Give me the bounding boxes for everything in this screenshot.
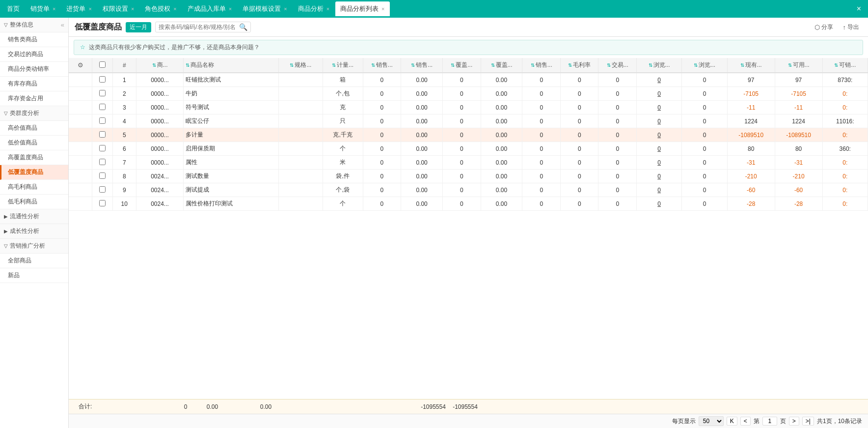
cover1-col-header[interactable]: ⇅覆盖... <box>443 58 481 73</box>
spec-cell <box>279 73 323 87</box>
sidebar-section-growth[interactable]: ▶ 成长性分析 <box>0 224 68 239</box>
search-input[interactable] <box>159 24 237 30</box>
stock1-col-header[interactable]: ⇅现有... <box>727 58 775 73</box>
close-icon[interactable]: × <box>381 6 384 12</box>
check-col-header[interactable] <box>92 58 113 73</box>
browse1-cell[interactable]: 0 <box>636 156 681 170</box>
sidebar-section-marketing[interactable]: ▽ 营销推广分析 <box>0 239 68 254</box>
check-cell[interactable] <box>92 197 113 211</box>
nav-tab-sales[interactable]: 销货单 × <box>26 1 60 16</box>
window-close-button[interactable]: × <box>852 4 866 13</box>
check-cell[interactable] <box>92 170 113 183</box>
avail-col-header[interactable]: ⇅可销... <box>822 58 868 73</box>
row-checkbox[interactable] <box>99 76 106 83</box>
browse1-cell[interactable]: 0 <box>636 197 681 211</box>
code-col-header[interactable]: ⇅商... <box>136 58 184 73</box>
check-cell[interactable] <box>92 142 113 156</box>
sidebar-item-all-goods[interactable]: 全部商品 <box>0 254 68 268</box>
share-button[interactable]: ⬡ 分享 <box>812 22 836 32</box>
check-cell[interactable] <box>92 156 113 170</box>
sidebar-item-low-value[interactable]: 低价值商品 <box>0 136 68 150</box>
sales-qty-col-header[interactable]: ⇅销售... <box>363 58 401 73</box>
nav-tab-home[interactable]: 首页 <box>2 1 25 16</box>
cover2-col-header[interactable]: ⇅覆盖... <box>481 58 522 73</box>
prev-page-button[interactable]: < <box>740 417 751 426</box>
collapse-btn[interactable]: « <box>61 21 64 29</box>
first-page-button[interactable]: K <box>727 417 737 426</box>
close-icon[interactable]: × <box>326 6 329 12</box>
sidebar-item-capital[interactable]: 库存资金占用 <box>0 91 68 106</box>
browse1-cell[interactable]: 0 <box>636 87 681 101</box>
sidebar-item-low-margin[interactable]: 低毛利商品 <box>0 195 68 209</box>
close-icon[interactable]: × <box>88 6 91 12</box>
browse1-cell[interactable]: 0 <box>636 170 681 183</box>
select-all-checkbox[interactable] <box>99 61 106 68</box>
nav-tab-template[interactable]: 单据模板设置 × <box>238 1 292 16</box>
row-checkbox[interactable] <box>99 117 106 124</box>
sidebar-section-overall[interactable]: ▽ 整体信息 « <box>0 18 68 32</box>
page-number-input[interactable] <box>762 417 777 426</box>
check-cell[interactable] <box>92 101 113 114</box>
settings-col-header[interactable]: ⚙ <box>69 58 92 73</box>
sidebar-item-sales-goods[interactable]: 销售类商品 <box>0 32 68 47</box>
close-icon[interactable]: × <box>53 6 55 12</box>
check-cell[interactable] <box>92 87 113 101</box>
sidebar-item-traded-goods[interactable]: 交易过的商品 <box>0 47 68 62</box>
browse1-cell[interactable]: 0 <box>636 73 681 87</box>
browse1-cell[interactable]: 0 <box>636 142 681 156</box>
close-icon[interactable]: × <box>131 6 134 12</box>
browse1-cell[interactable]: 0 <box>636 101 681 114</box>
sidebar-item-high-value[interactable]: 高价值商品 <box>0 121 68 136</box>
close-icon[interactable]: × <box>229 6 232 12</box>
row-checkbox[interactable] <box>99 90 106 96</box>
check-cell[interactable] <box>92 114 113 128</box>
export-button[interactable]: ↑ 导出 <box>840 22 863 32</box>
sales-amt-col-header[interactable]: ⇅销售... <box>401 58 443 73</box>
sidebar-item-high-margin[interactable]: 高毛利商品 <box>0 180 68 195</box>
per-page-select[interactable]: 50 100 200 <box>699 416 724 426</box>
sidebar-section-flow[interactable]: ▶ 流通性分析 <box>0 209 68 224</box>
sidebar-item-new-goods[interactable]: 新品 <box>0 268 68 283</box>
close-icon[interactable]: × <box>284 6 287 12</box>
name-col-header[interactable]: ⇅商品名称 <box>184 58 279 73</box>
unit-cell: 个,袋 <box>323 183 363 197</box>
row-checkbox[interactable] <box>99 131 106 138</box>
sidebar-item-category-rate[interactable]: 商品分类动销率 <box>0 62 68 77</box>
sidebar-section-cluster[interactable]: ▽ 类群度分析 <box>0 106 68 121</box>
nav-tab-analysis[interactable]: 商品分析 × <box>293 1 334 16</box>
row-checkbox[interactable] <box>99 172 106 179</box>
row-checkbox[interactable] <box>99 159 106 165</box>
browse1-col-header[interactable]: ⇅浏览... <box>636 58 681 73</box>
row-checkbox[interactable] <box>99 104 106 110</box>
period-button[interactable]: 近一月 <box>126 22 151 32</box>
next-page-button[interactable]: > <box>789 417 799 426</box>
row-checkbox[interactable] <box>99 186 106 193</box>
search-icon[interactable]: 🔍 <box>239 23 247 31</box>
nav-tab-role[interactable]: 角色授权 × <box>140 1 181 16</box>
row-checkbox[interactable] <box>99 145 106 151</box>
nav-tab-analysis-list[interactable]: 商品分析列表 × <box>335 1 389 16</box>
sidebar-item-low-coverage[interactable]: 低覆盖度商品 <box>0 165 68 180</box>
gear-icon[interactable]: ⚙ <box>78 61 83 69</box>
sales3-col-header[interactable]: ⇅销售... <box>522 58 561 73</box>
close-icon[interactable]: × <box>173 6 176 12</box>
stock2-col-header[interactable]: ⇅可用... <box>775 58 822 73</box>
last-page-button[interactable]: >| <box>802 417 814 426</box>
browse1-cell[interactable]: 0 <box>636 183 681 197</box>
spec-col-header[interactable]: ⇅规格... <box>279 58 323 73</box>
trade-col-header[interactable]: ⇅交易... <box>598 58 637 73</box>
sidebar-item-in-stock[interactable]: 有库存商品 <box>0 77 68 91</box>
browse1-cell[interactable]: 0 <box>636 128 681 142</box>
browse1-cell[interactable]: 0 <box>636 114 681 128</box>
unit-col-header[interactable]: ⇅计量... <box>323 58 363 73</box>
row-checkbox[interactable] <box>99 200 106 206</box>
check-cell[interactable] <box>92 183 113 197</box>
check-cell[interactable] <box>92 128 113 142</box>
browse2-col-header[interactable]: ⇅浏览... <box>682 58 727 73</box>
nav-tab-perm[interactable]: 权限设置 × <box>98 1 139 16</box>
nav-tab-product[interactable]: 产成品入库单 × <box>183 1 237 16</box>
check-cell[interactable] <box>92 73 113 87</box>
gross-col-header[interactable]: ⇅毛利率 <box>560 58 598 73</box>
sidebar-item-high-coverage[interactable]: 高覆盖度商品 <box>0 150 68 165</box>
nav-tab-purchase[interactable]: 进货单 × <box>61 1 96 16</box>
